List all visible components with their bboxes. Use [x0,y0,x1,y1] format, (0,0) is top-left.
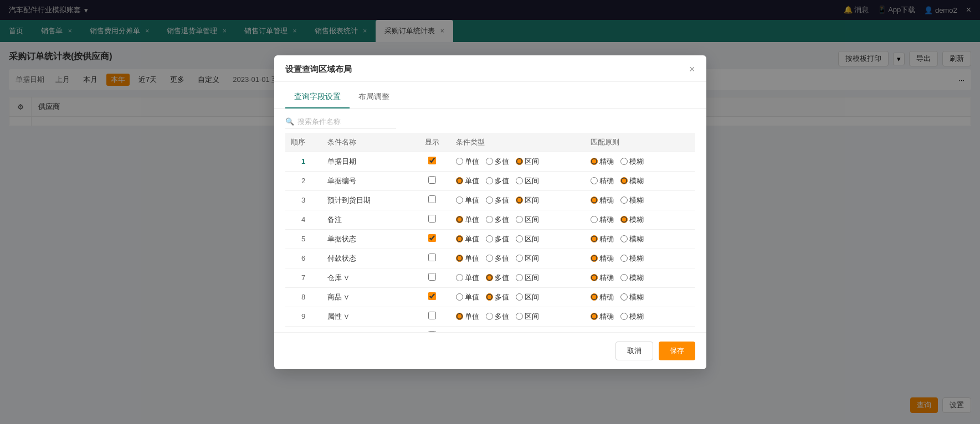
tab-layout-adjust[interactable]: 布局调整 [350,89,398,108]
display-checkbox[interactable] [428,234,436,242]
row-type-cell: 单值多值区间 [450,152,585,171]
type-radio-item[interactable]: 多值 [486,234,509,244]
match-radio-item[interactable]: 模糊 [620,234,644,244]
dialog-tabs: 查询字段设置 布局调整 [274,82,706,108]
display-checkbox[interactable] [428,254,436,261]
match-radio-item[interactable]: 精确 [591,312,614,322]
row-type-cell: 单值多值区间 [450,190,585,210]
type-radio-item[interactable]: 单值 [456,273,479,283]
row-display-cell [413,229,450,249]
match-radio-item[interactable]: 精确 [591,254,614,263]
row-condition-name: 仓库 ∨ [322,268,414,287]
type-radio-item[interactable]: 多值 [486,273,509,283]
row-type-cell: 单值多值区间 [450,229,585,249]
type-radio-item[interactable]: 单值 [456,195,479,205]
row-type-cell: 单值多值区间 [450,307,585,326]
cancel-button[interactable]: 取消 [615,342,653,360]
type-radio-item[interactable]: 多值 [486,176,509,186]
type-radio-item[interactable]: 区间 [516,312,539,322]
row-display-cell [413,326,450,332]
search-wrap: 🔍 [285,115,396,128]
type-radio-item[interactable]: 多值 [486,215,509,225]
row-display-cell [413,152,450,171]
display-checkbox[interactable] [428,312,436,319]
settings-dialog: 设置查询区域布局 × 查询字段设置 布局调整 🔍 顺序 [274,55,706,369]
display-checkbox[interactable] [428,292,436,300]
match-radio-item[interactable]: 模糊 [620,215,644,225]
type-radio-item[interactable]: 区间 [516,157,539,167]
type-radio-item[interactable]: 区间 [516,234,539,244]
row-order: 10 [285,326,322,332]
type-radio-item[interactable]: 单值 [456,254,479,263]
row-order: 5 [285,229,322,249]
match-radio-item[interactable]: 模糊 [620,254,644,263]
row-type-cell: 单值多值区间 [450,326,585,332]
dialog-close-btn[interactable]: × [689,64,695,74]
type-radio-item[interactable]: 单值 [456,292,479,302]
row-order: 6 [285,249,322,268]
row-display-cell [413,210,450,229]
match-radio-item[interactable]: 模糊 [620,312,644,322]
display-checkbox[interactable] [428,195,436,203]
row-order: 1 [285,152,322,171]
dialog-table-wrap: 顺序 条件名称 显示 条件类型 匹配原则 1单据日期单值多值区间精确模糊2单据编… [274,133,706,332]
type-radio-item[interactable]: 多值 [486,292,509,302]
display-checkbox[interactable] [428,157,436,164]
row-type-cell: 单值多值区间 [450,249,585,268]
search-input[interactable] [297,117,381,126]
dialog-table-row: 4备注单值多值区间精确模糊 [285,210,695,229]
type-radio-item[interactable]: 单值 [456,215,479,225]
dialog-title: 设置查询区域布局 [285,64,352,75]
match-radio-item[interactable]: 精确 [591,234,614,244]
save-button[interactable]: 保存 [659,342,695,360]
row-type-cell: 单值多值区间 [450,171,585,190]
row-match-cell: 精确模糊 [585,287,695,307]
row-display-cell [413,190,450,210]
match-radio-item[interactable]: 精确 [591,176,614,186]
type-radio-item[interactable]: 区间 [516,273,539,283]
dialog-table-row: 7仓库 ∨单值多值区间精确模糊 [285,268,695,287]
match-radio-item[interactable]: 精确 [591,195,614,205]
match-radio-item[interactable]: 模糊 [620,157,644,167]
type-radio-item[interactable]: 多值 [486,312,509,322]
row-condition-name: 付款状态 [322,249,414,268]
row-type-cell: 单值多值区间 [450,210,585,229]
type-radio-item[interactable]: 多值 [486,254,509,263]
type-radio-item[interactable]: 区间 [516,254,539,263]
type-radio-item[interactable]: 单值 [456,176,479,186]
row-match-cell: 精确模糊 [585,249,695,268]
type-radio-item[interactable]: 单值 [456,157,479,167]
type-radio-item[interactable]: 区间 [516,176,539,186]
type-radio-item[interactable]: 单值 [456,312,479,322]
display-checkbox[interactable] [428,215,436,223]
dialog-table-row: 1单据日期单值多值区间精确模糊 [285,152,695,171]
match-radio-item[interactable]: 精确 [591,273,614,283]
row-display-cell [413,171,450,190]
match-radio-item[interactable]: 模糊 [620,176,644,186]
match-radio-item[interactable]: 精确 [591,157,614,167]
dialog-footer: 取消 保存 [274,332,706,369]
row-display-cell [413,249,450,268]
type-radio-item[interactable]: 多值 [486,195,509,205]
type-radio-item[interactable]: 单值 [456,234,479,244]
dialog-table-row: 8商品 ∨单值多值区间精确模糊 [285,287,695,307]
th-name: 条件名称 [322,133,414,152]
match-radio-item[interactable]: 模糊 [620,195,644,205]
type-radio-item[interactable]: 多值 [486,157,509,167]
row-condition-name: 单据编号 [322,171,414,190]
type-radio-item[interactable]: 区间 [516,215,539,225]
match-radio-item[interactable]: 模糊 [620,292,644,302]
row-match-cell: 精确模糊 [585,307,695,326]
type-radio-item[interactable]: 区间 [516,292,539,302]
type-radio-item[interactable]: 区间 [516,195,539,205]
display-checkbox[interactable] [428,273,436,281]
display-checkbox[interactable] [428,176,436,184]
match-radio-item[interactable]: 精确 [591,292,614,302]
row-order: 4 [285,210,322,229]
match-radio-item[interactable]: 精确 [591,215,614,225]
tab-query-fields[interactable]: 查询字段设置 [285,89,350,108]
row-match-cell: 精确模糊 [585,152,695,171]
dialog-table: 顺序 条件名称 显示 条件类型 匹配原则 1单据日期单值多值区间精确模糊2单据编… [285,133,695,332]
match-radio-item[interactable]: 模糊 [620,273,644,283]
dialog-table-row: 9属性 ∨单值多值区间精确模糊 [285,307,695,326]
